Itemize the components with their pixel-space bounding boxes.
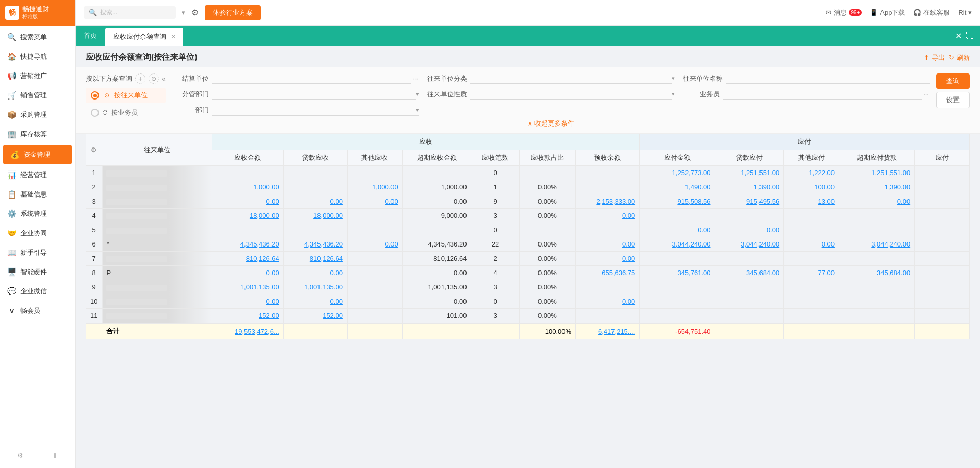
summary-ar-count <box>471 323 519 339</box>
table-wrap: ⚙ 往来单位 应收 应付 应收金额 贷款应收 其他应收 超期应收金额 应收笔数 … <box>76 134 980 468</box>
page-title: 应收应付余额查询(按往来单位) <box>86 52 198 63</box>
manage-dept-chevron[interactable]: ▾ <box>416 91 419 97</box>
header-cta-button[interactable]: 体验行业方案 <box>205 5 261 20</box>
sidebar-item-quick-nav[interactable]: 🏠 快捷导航 <box>0 47 75 66</box>
summary-ar-amount-link[interactable]: 19,553,472,6... <box>235 328 279 335</box>
sidebar-item-smart-hw[interactable]: 🖥️ 智能硬件 <box>0 262 75 282</box>
partner-nature-wrap: ▾ <box>470 88 674 100</box>
sidebar-item-enterprise-wechat[interactable]: 💬 企业微信 <box>0 282 75 301</box>
tab-bar-right: ✕ ⛶ <box>955 31 980 41</box>
sidebar-item-marketing[interactable]: 📢 营销推广 <box>0 66 75 86</box>
scheme-by-salesman[interactable]: ⏱ 按业务员 <box>86 105 166 120</box>
filter-department: 部门 ▾ <box>172 104 419 116</box>
data-table: ⚙ 往来单位 应收 应付 应收金额 贷款应收 其他应收 超期应收金额 应收笔数 … <box>86 134 970 339</box>
table-row: 101,252,773.001,251,551.001,222.001,251,… <box>86 166 970 180</box>
filter-collapse-btn[interactable]: ∧ 收起更多条件 <box>528 119 574 128</box>
partner-category-input[interactable] <box>470 72 671 84</box>
summary-ar-amount: 19,553,472,6... <box>212 323 284 339</box>
header-user-btn[interactable]: Rit ▾ <box>958 9 972 16</box>
header-message-btn[interactable]: ✉ 消息 99+ <box>826 8 862 17</box>
summary-ap-other <box>784 323 839 339</box>
add-scheme-btn[interactable]: + <box>135 73 145 84</box>
summary-advance-balance-link[interactable]: 6,417,215.... <box>598 328 635 335</box>
table-row: 30.000.000.000.0090.00%2,153,333.00915,5… <box>86 194 970 209</box>
header-online-service-btn[interactable]: 🎧 在线客服 <box>913 8 950 17</box>
settlement-unit-input[interactable] <box>212 72 412 84</box>
summary-ar-ratio: 100.00% <box>519 323 575 339</box>
partner-category-chevron[interactable]: ▾ <box>672 75 675 82</box>
refresh-icon: ↻ <box>949 54 954 61</box>
sidebar-item-base-info[interactable]: 📋 基础信息 <box>0 185 75 204</box>
th-ar-loan: 贷款应收 <box>283 150 347 166</box>
clock-icon: ⏱ <box>102 109 108 116</box>
sidebar-item-purchase[interactable]: 📦 采购管理 <box>0 105 75 125</box>
header-search-area[interactable]: 🔍 搜索... <box>84 6 176 19</box>
header-chevron-icon[interactable]: ▾ <box>182 9 185 16</box>
table-settings-icon[interactable]: ⚙ <box>91 146 97 154</box>
tab-bar: 首页 应收应付余额查询 × ✕ ⛶ <box>76 26 980 46</box>
sidebar-item-system[interactable]: ⚙️ 系统管理 <box>0 204 75 224</box>
scheme-settings-btn[interactable]: ⊙ <box>149 73 159 84</box>
scheme-label: 按以下方案查询 <box>86 74 132 83</box>
table-row: 418,000.0018,000.009,000.0030.00%0.00 <box>86 209 970 223</box>
sidebar-collapse-btn[interactable]: ⏸ <box>40 448 70 463</box>
department-input[interactable] <box>212 104 416 115</box>
export-button[interactable]: ⬆ 导出 <box>924 53 945 62</box>
service-icon: 🎧 <box>913 9 921 16</box>
setting-button[interactable]: 设置 <box>936 92 970 108</box>
app-header: 🔍 搜索... ▾ ⚙ 体验行业方案 ✉ 消息 99+ 📱 App下载 🎧 在线… <box>76 0 980 26</box>
logo-text: 畅捷通财 标准版 <box>22 5 49 20</box>
settlement-unit-dots[interactable]: ··· <box>411 75 419 82</box>
by-partner-icon: ⊙ <box>102 91 111 100</box>
sidebar-settings-btn[interactable]: ⚙ <box>5 448 36 463</box>
partner-nature-chevron[interactable]: ▾ <box>672 91 675 97</box>
filter-partner-category: 往来单位分类 ▾ <box>427 72 674 84</box>
summary-row: 合计 19,553,472,6... 100.00% 6,417,215....… <box>86 323 970 339</box>
summary-ar-other <box>347 323 402 339</box>
sidebar-item-inventory[interactable]: 🏢 库存核算 <box>0 125 75 144</box>
th-ar-overdue: 超期应收金额 <box>402 150 471 166</box>
summary-settings-cell <box>86 323 102 339</box>
tab-home[interactable]: 首页 <box>76 26 105 46</box>
salesman-input[interactable] <box>723 88 923 100</box>
sidebar-item-search-menu[interactable]: 🔍 搜索菜单 <box>0 28 75 47</box>
header-gear-icon[interactable]: ⚙ <box>191 8 199 17</box>
user-chevron-icon: ▾ <box>968 9 972 16</box>
logo-icon: 畅 <box>5 6 19 20</box>
finance-icon: 💰 <box>10 150 19 159</box>
th-ap-group: 应付 <box>640 134 970 150</box>
table-row: 6^4,345,436.204,345,436.200.004,345,436.… <box>86 237 970 252</box>
filter-section: 按以下方案查询 + ⊙ « ⊙ 按往来单位 ⏱ <box>76 67 980 134</box>
sidebar-item-sales[interactable]: 🛒 销售管理 <box>0 86 75 105</box>
sidebar-item-member[interactable]: V 畅会员 <box>0 301 75 321</box>
table-row: 21,000.001,000.001,000.0010.00%1,490.001… <box>86 180 970 194</box>
search-icon: 🔍 <box>89 9 97 16</box>
tab-ar-ap-query[interactable]: 应收应付余额查询 × <box>105 28 183 46</box>
scheme-by-partner[interactable]: ⊙ 按往来单位 <box>86 88 166 103</box>
refresh-button[interactable]: ↻ 刷新 <box>949 53 970 62</box>
partner-name-wrap <box>726 72 930 84</box>
page-actions: ⬆ 导出 ↻ 刷新 <box>924 53 970 62</box>
salesman-dots[interactable]: ··· <box>922 90 930 98</box>
sidebar-item-enterprise-collab[interactable]: 🤝 企业协同 <box>0 224 75 243</box>
table-row: 91,001,135.001,001,135.001,001,135.0030.… <box>86 280 970 294</box>
manage-dept-input[interactable] <box>212 88 416 100</box>
query-button[interactable]: 查询 <box>936 73 970 89</box>
sales-icon: 🛒 <box>7 91 16 100</box>
table-row: 100.000.000.0000.00%0.00 <box>86 294 970 309</box>
scheme-collapse-btn[interactable]: « <box>162 75 166 83</box>
partner-nature-input[interactable] <box>470 88 671 100</box>
sidebar-item-guide[interactable]: 📖 新手引导 <box>0 243 75 262</box>
partner-name-input[interactable] <box>726 72 930 84</box>
tab-expand-icon[interactable]: ⛶ <box>966 31 974 40</box>
header-app-download-btn[interactable]: 📱 App下载 <box>870 8 905 17</box>
department-chevron[interactable]: ▾ <box>416 107 419 113</box>
tab-close-icon[interactable]: × <box>172 33 175 40</box>
sidebar-item-operations[interactable]: 📊 经营管理 <box>0 165 75 185</box>
message-icon: ✉ <box>826 9 831 16</box>
filter-left-panel: 按以下方案查询 + ⊙ « ⊙ 按往来单位 ⏱ <box>86 72 166 120</box>
sidebar-item-finance[interactable]: 💰 资金管理 <box>3 145 72 164</box>
tab-close-window-icon[interactable]: ✕ <box>955 31 962 41</box>
app-download-icon: 📱 <box>870 9 878 16</box>
filter-partner-name: 往来单位名称 <box>683 72 930 84</box>
